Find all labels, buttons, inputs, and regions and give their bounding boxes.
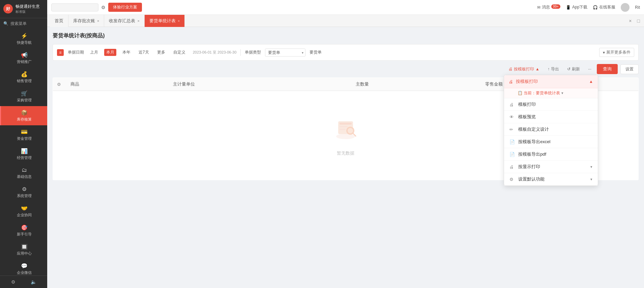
search-menu-item[interactable]: 🔍 搜索菜单	[0, 18, 47, 29]
expand-filters-button[interactable]: ▾ 展开更多条件	[599, 48, 634, 57]
table-header-unit: 主计量单位	[169, 78, 352, 91]
svg-rect-3	[340, 126, 348, 127]
sidebar-settings-icon[interactable]: ⚙	[11, 279, 16, 285]
type-select[interactable]: 要货单	[265, 49, 305, 57]
close-receipt-summary-icon[interactable]: ×	[137, 19, 139, 23]
sidebar-item-collab[interactable]: 🤝 企业协同	[0, 202, 47, 221]
settings-button[interactable]: 设置	[620, 64, 639, 74]
dropdown-item-template-design[interactable]: ✏ 模板自定义设计	[504, 123, 598, 136]
dropdown-item-export-excel[interactable]: 📄 按模板导出excel	[504, 136, 598, 148]
sidebar-item-system[interactable]: ⚙ 系统管理	[0, 183, 47, 202]
dropdown-current-template[interactable]: 📋 当前：要货单统计表 ▾	[504, 88, 598, 98]
sidebar-item-app-center[interactable]: 🔲 应用中心	[0, 240, 47, 259]
inventory-icon: 📦	[21, 109, 28, 116]
date-btn-this-year[interactable]: 本年	[120, 49, 133, 56]
set-default-left: ⚙ 设置默认功能	[509, 176, 545, 182]
svg-point-6	[348, 128, 353, 133]
content-area: 要货单统计表(按商品) ≡ 单据日期 上月 本月 本年 近7天 更多 自定义 2…	[47, 27, 644, 288]
topbar-gear-icon[interactable]: ⚙	[101, 5, 106, 10]
message-button[interactable]: ✉ 消息 99+	[537, 4, 560, 10]
sidebar-item-marketing[interactable]: 📢 营销推广	[0, 49, 47, 68]
refresh-button[interactable]: ↺ 刷新	[564, 65, 583, 73]
chevron-up-icon: ▲	[535, 67, 539, 71]
trial-industry-button[interactable]: 体验行业方案	[108, 3, 142, 12]
window-controls: × □	[627, 18, 641, 24]
filter-bar: ≡ 单据日期 上月 本月 本年 近7天 更多 自定义 2023-06-01 至 …	[53, 44, 639, 61]
app-download-button[interactable]: 📱 App下载	[566, 4, 587, 10]
display-print-left: 🖨 按显示打印	[509, 164, 540, 170]
set-default-chevron-icon: ▾	[590, 177, 592, 182]
action-toolbar: 🖨 按模板打印 ▲ ↑ 导出 ↺ 刷新 ··· 查询 设置 🖨 按模板打印	[53, 64, 639, 74]
date-btn-this-month[interactable]: 本月	[104, 49, 116, 56]
export-icon: ↑	[548, 67, 550, 71]
table-column-settings-icon[interactable]: ⚙	[57, 82, 61, 87]
dropdown-item-template-print[interactable]: 🖨 模板打印	[504, 98, 598, 111]
tab-home[interactable]: 首页	[50, 15, 68, 27]
svg-rect-4	[340, 129, 346, 130]
query-button[interactable]: 查询	[597, 64, 618, 74]
table-header-quantity: 主数量	[352, 78, 481, 91]
sidebar-item-sales[interactable]: 💰 销售管理	[0, 68, 47, 87]
tab-order-summary[interactable]: 要货单统计表 ×	[145, 15, 185, 27]
dropdown-section-set-default[interactable]: ⚙ 设置默认功能 ▾	[504, 173, 598, 186]
sidebar-bottom: ⚙ 🔈	[0, 276, 47, 288]
close-order-summary-icon[interactable]: ×	[178, 19, 180, 23]
dropdown-item-template-preview[interactable]: 👁 模板预览	[504, 111, 598, 123]
wechat-icon: 💬	[21, 263, 28, 269]
close-inventory-batch-icon[interactable]: ×	[97, 19, 99, 23]
topbar-search-input[interactable]	[51, 3, 98, 11]
logo-text: 畅捷通好生意 标准版	[16, 4, 40, 14]
logo-icon: 好	[3, 4, 13, 13]
more-actions-button[interactable]: ···	[585, 65, 594, 73]
svg-rect-2	[340, 123, 352, 125]
dropdown-collapse-icon[interactable]: ▲	[589, 79, 593, 84]
date-btn-last-month[interactable]: 上月	[88, 49, 100, 56]
sidebar-item-operations[interactable]: 📊 经营管理	[0, 145, 47, 164]
sidebar-item-basic[interactable]: 🗂 基础信息	[0, 164, 47, 183]
sidebar-item-purchase[interactable]: 🛒 采购管理	[0, 87, 47, 106]
user-name: Rit	[635, 5, 640, 10]
window-max-icon[interactable]: □	[636, 18, 641, 24]
sidebar-item-wechat[interactable]: 💬 企业微信	[0, 259, 47, 276]
date-btn-custom[interactable]: 自定义	[171, 49, 187, 56]
dropdown-item-export-pdf[interactable]: 📄 按模板导出pdf	[504, 148, 598, 161]
message-icon: ✉	[537, 5, 540, 10]
current-chevron-icon: ▾	[561, 91, 563, 95]
sidebar-item-quick-nav[interactable]: ⚡ 快捷导航	[0, 29, 47, 49]
dropdown-section-display-print[interactable]: 🖨 按显示打印 ▾	[504, 161, 598, 173]
template-design-icon: ✏	[509, 127, 515, 132]
export-pdf-icon: 📄	[509, 152, 515, 157]
date-btn-7days[interactable]: 近7天	[137, 49, 151, 56]
table-header-settings[interactable]: ⚙	[53, 78, 66, 91]
order-type-label: 要货单	[310, 50, 322, 55]
purchase-icon: 🛒	[21, 90, 28, 97]
finance-icon: 💳	[21, 129, 28, 135]
dropdown-header[interactable]: 🖨 按模板打印 ▲	[504, 75, 598, 88]
tab-inventory-batch[interactable]: 库存批次账 ×	[68, 15, 104, 27]
template-print-icon: 🖨	[509, 102, 515, 107]
sidebar-item-finance[interactable]: 💳 资金管理	[0, 125, 47, 145]
date-btn-more[interactable]: 更多	[155, 49, 167, 56]
tab-receipt-summary[interactable]: 收发存汇总表 ×	[104, 15, 144, 27]
export-button[interactable]: ↑ 导出	[545, 65, 562, 73]
export-excel-icon: 📄	[509, 139, 515, 145]
operations-icon: 📊	[21, 148, 28, 154]
online-service-button[interactable]: 🎧 在线客服	[593, 4, 615, 10]
set-default-icon: ⚙	[509, 177, 515, 182]
chevron-down-icon: ▾	[603, 50, 605, 55]
print-template-button[interactable]: 🖨 按模板打印 ▲	[506, 65, 542, 73]
sidebar-sound-icon[interactable]: 🔈	[31, 279, 36, 285]
filter-row: ≡ 单据日期 上月 本月 本年 近7天 更多 自定义 2023-06-01 至 …	[57, 48, 634, 57]
topbar: ⚙ 体验行业方案 ✉ 消息 99+ 📱 App下载 🎧 在线客服 Rit	[47, 0, 644, 15]
print-dropdown: 🖨 按模板打印 ▲ 📋 当前：要货单统计表 ▾ 🖨 模板打印 👁 模板预览	[504, 75, 598, 186]
sidebar-item-inventory[interactable]: 📦 库存核算	[0, 106, 47, 125]
marketing-icon: 📢	[21, 52, 28, 58]
filter-toggle-button[interactable]: ≡	[57, 49, 64, 56]
user-avatar[interactable]	[621, 3, 630, 12]
basic-icon: 🗂	[22, 167, 27, 173]
collab-icon: 🤝	[21, 205, 28, 212]
sidebar-item-newbie[interactable]: 🎯 新手引导	[0, 221, 47, 240]
filter-divider	[240, 49, 241, 56]
window-close-icon[interactable]: ×	[627, 18, 633, 24]
printer-icon: 🖨	[508, 67, 513, 71]
